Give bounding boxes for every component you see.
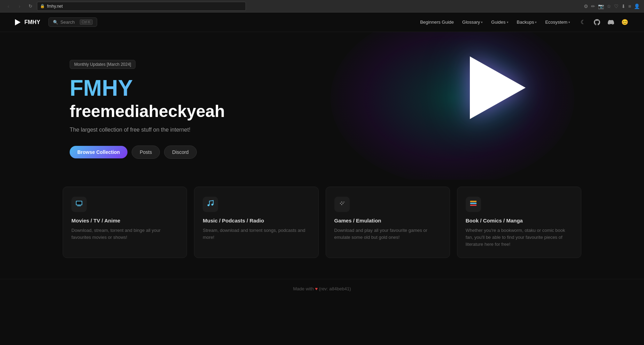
svg-point-8 [342,203,343,204]
hero-buttons: Browse Collection Posts Discord [70,146,630,159]
card-games-title: Games / Emulation [334,218,441,224]
footer-revision: (rev: a84beb41) [319,286,351,291]
footer-text-prefix: Made with [293,286,314,291]
search-icon: 🔍 [53,20,58,25]
card-movies[interactable]: Movies / TV / Anime Download, stream, to… [63,187,187,258]
logo-play-icon [14,18,22,26]
chevron-down-icon: ▾ [568,21,570,24]
nav-icons: ☾ 😊 [578,17,630,28]
hero-description: The largest collection of free stuff on … [70,127,630,133]
search-bar[interactable]: 🔍 Search Ctrl K [48,17,97,27]
svg-point-6 [341,202,342,203]
svg-point-3 [208,204,210,206]
nav-link-guides[interactable]: Guides ▾ [488,17,512,27]
card-games[interactable]: Games / Emulation Download and play all … [326,187,450,258]
discord-link[interactable] [606,17,616,28]
card-music-icon-wrap [203,197,218,212]
reddit-link[interactable]: 😊 [620,17,630,28]
chevron-down-icon: ▾ [507,21,509,24]
games-icon [338,199,346,209]
svg-point-9 [343,202,344,202]
tool-icon-2[interactable]: ✏ [591,3,595,9]
back-button[interactable]: ‹ [4,2,13,10]
card-books-icon-wrap [466,197,481,212]
card-music-desc: Stream, download and torrent songs, podc… [203,227,310,241]
tool-icon-1[interactable]: ⚙ [584,3,588,9]
github-link[interactable] [592,17,602,28]
tool-icon-4[interactable]: ☆ [607,3,611,9]
svg-rect-11 [470,201,476,202]
card-books-title: Book / Comics / Manga [466,218,573,224]
tool-icon-6[interactable]: ⬇ [621,3,626,9]
logo-text: FMHY [24,19,40,25]
footer: Made with ♥ (rev: a84beb41) [0,279,644,298]
svg-point-10 [344,202,344,202]
lock-icon: 🔒 [40,4,45,8]
card-music[interactable]: Music / Podcasts / Radio Stream, downloa… [194,187,318,258]
nav-logo[interactable]: FMHY [14,18,40,26]
card-games-desc: Download and play all your favourite gam… [334,227,441,241]
chevron-down-icon: ▾ [535,21,537,24]
tool-icon-3[interactable]: 📷 [598,3,604,9]
navbar: FMHY 🔍 Search Ctrl K Beginners Guide Glo… [0,13,644,32]
hero-title-main: freemediaheckyeah [70,102,630,121]
nav-links: Beginners Guide Glossary ▾ Guides ▾ Back… [417,17,574,27]
hero-badge: Monthly Updates [March 2024] [70,60,135,69]
search-shortcut: Ctrl K [80,19,93,25]
forward-button[interactable]: › [15,2,24,10]
browse-collection-button[interactable]: Browse Collection [70,146,127,158]
chevron-down-icon: ▾ [481,21,483,24]
footer-heart-icon: ♥ [315,286,319,291]
card-games-icon-wrap [334,197,350,212]
dark-mode-toggle[interactable]: ☾ [578,17,588,28]
card-books[interactable]: Book / Comics / Manga Whether you're a b… [457,187,581,258]
tv-icon [75,199,83,209]
svg-rect-2 [77,202,82,205]
hero-section: Monthly Updates [March 2024] FMHY freeme… [0,32,644,180]
books-icon [470,199,477,209]
card-movies-icon-wrap [71,197,87,212]
card-music-title: Music / Podcasts / Radio [203,218,310,224]
tool-icon-7[interactable]: ≡ [628,3,631,9]
tool-icon-5[interactable]: ♡ [614,3,619,9]
browser-tools: ⚙ ✏ 📷 ☆ ♡ ⬇ ≡ 👤 [584,3,640,9]
browser-chrome: ‹ › ↻ 🔒 fmhy.net ⚙ ✏ 📷 ☆ ♡ ⬇ ≡ 👤 [0,0,644,13]
nav-link-ecosystem[interactable]: Ecosystem ▾ [542,17,574,27]
music-icon [207,199,214,209]
card-books-desc: Whether you're a bookworm, otaku or comi… [466,227,573,248]
play-triangle [470,56,526,119]
svg-rect-1 [77,205,81,206]
svg-point-7 [341,204,342,205]
address-bar[interactable]: 🔒 fmhy.net [37,2,246,11]
posts-button[interactable]: Posts [132,146,160,159]
cards-section: Movies / TV / Anime Download, stream, to… [0,180,644,279]
svg-rect-13 [470,205,476,206]
url-text: fmhy.net [47,4,63,9]
card-movies-desc: Download, stream, torrent and binge all … [71,227,178,241]
svg-point-4 [211,204,214,206]
nav-link-backups[interactable]: Backups ▾ [513,17,541,27]
reload-button[interactable]: ↻ [26,2,34,10]
discord-button[interactable]: Discord [164,146,196,159]
card-movies-title: Movies / TV / Anime [71,218,178,224]
nav-link-glossary[interactable]: Glossary ▾ [459,17,486,27]
tool-icon-8[interactable]: 👤 [634,3,640,9]
search-label: Search [60,19,75,25]
hero-title-fmhy: FMHY [70,76,630,100]
svg-point-5 [340,203,341,204]
svg-rect-12 [470,203,476,204]
nav-link-beginners-guide[interactable]: Beginners Guide [417,17,457,27]
hero-play-icon [463,53,533,123]
